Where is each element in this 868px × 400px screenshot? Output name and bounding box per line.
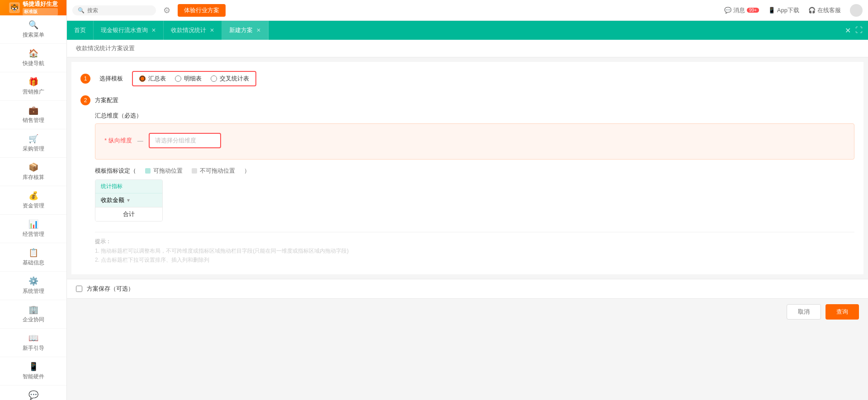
dimension-title: 汇总维度（必选） — [95, 112, 854, 120]
step2-label: 方案配置 — [95, 96, 118, 104]
indicator-hint: 模板指标设定（ 可拖动位置 不可拖动位置 ） — [95, 167, 854, 175]
dim-arrow: — — [137, 137, 143, 144]
main-area: 🔍 ⚙ 体验行业方案 💬 消息 99+ 📱 App下载 🎧 在线客服 首页 — [67, 0, 868, 400]
sidebar-item-system[interactable]: ⚙️ 系统管理 — [0, 272, 66, 300]
indicator-table-row[interactable]: 收款金额 ▾ — [95, 193, 162, 207]
query-button[interactable]: 查询 — [826, 304, 859, 320]
sidebar-item-search[interactable]: 🔍 搜索菜单 — [0, 15, 66, 44]
clipboard-icon: 📋 — [28, 248, 38, 258]
sidebar-item-label: 新手引导 — [23, 344, 44, 352]
option-detail-label: 明细表 — [184, 75, 202, 83]
download-label: App下载 — [777, 6, 799, 14]
option-summary[interactable]: 汇总表 — [139, 75, 166, 83]
sidebar-item-marketing[interactable]: 🎁 营销推广 — [0, 72, 66, 101]
tab-label: 首页 — [74, 26, 86, 34]
tab-statistics[interactable]: 收款情况统计 ✕ — [164, 21, 222, 40]
tab-home[interactable]: 首页 — [67, 21, 94, 40]
radio-detail[interactable] — [175, 75, 181, 82]
topbar-right: 💬 消息 99+ 📱 App下载 🎧 在线客服 — [724, 4, 863, 17]
sidebar-item-finance[interactable]: 💰 资金管理 — [0, 186, 66, 215]
tab-close-icon[interactable]: ✕ — [256, 27, 261, 33]
sidebar-item-operations[interactable]: 📊 经营管理 — [0, 215, 66, 243]
option-detail[interactable]: 明细表 — [175, 75, 202, 83]
user-avatar[interactable] — [850, 4, 863, 17]
message-badge: 99+ — [747, 8, 759, 13]
message-icon: 💬 — [724, 7, 731, 14]
indicator-table: 统计指标 收款金额 ▾ 合计 — [95, 179, 163, 221]
building-icon: 🏢 — [28, 305, 38, 315]
sidebar-item-label: 搜索菜单 — [23, 31, 44, 39]
sidebar-item-enterprise[interactable]: 🏢 企业协同 — [0, 300, 66, 329]
sidebar-item-wechat[interactable]: 💬 企业微信 — [0, 386, 66, 400]
tab-cashflow[interactable]: 现金银行流水查询 ✕ — [94, 21, 164, 40]
tips-section: 提示： 1. 拖动标题栏可以调整布局，不可跨维度或指标区域拖动栏目字段(只能在同… — [95, 232, 854, 264]
sidebar-item-inventory[interactable]: 📦 库存核算 — [0, 158, 66, 186]
search-menu-icon: 🔍 — [28, 20, 38, 30]
service-item[interactable]: 🎧 在线客服 — [808, 6, 841, 14]
save-checkbox[interactable] — [76, 286, 82, 292]
app-version: 标准版 — [23, 8, 58, 15]
tab-close-icon[interactable]: ✕ — [210, 27, 214, 33]
chart-icon: 📊 — [28, 219, 38, 229]
sidebar-item-label: 快捷导航 — [23, 60, 44, 67]
row-label: 收款金额 — [101, 196, 124, 204]
content-area: 收款情况统计方案设置 1 选择模板 汇总表 明细表 — [67, 40, 868, 400]
page-header: 收款情况统计方案设置 — [67, 40, 868, 57]
chat-icon: 💬 — [28, 390, 38, 400]
tab-actions: ✕ ⛶ — [840, 21, 868, 40]
draggable-hint: 可拖动位置 — [145, 167, 183, 175]
message-item[interactable]: 💬 消息 99+ — [724, 6, 759, 14]
dimension-area: * 纵向维度 — 请选择分组维度 — [95, 123, 854, 160]
draggable-dot — [145, 168, 151, 174]
cancel-button[interactable]: 取消 — [787, 304, 821, 320]
radio-summary[interactable] — [139, 75, 146, 82]
close-paren: ） — [244, 167, 250, 175]
option-summary-label: 汇总表 — [148, 75, 166, 83]
briefcase-icon: 💼 — [28, 105, 38, 115]
search-input[interactable] — [87, 7, 151, 14]
tab-bar: 首页 现金银行流水查询 ✕ 收款情况统计 ✕ 新建方案 ✕ ✕ ⛶ — [67, 21, 868, 40]
indicator-hint-label: 模板指标设定（ — [95, 167, 136, 175]
step1-badge: 1 — [80, 74, 90, 84]
tips-title: 提示： — [95, 238, 854, 245]
sidebar-item-sales[interactable]: 💼 销售管理 — [0, 101, 66, 129]
search-box[interactable]: 🔍 — [72, 5, 156, 15]
indicator-table-cell: 合计 — [95, 207, 162, 221]
dropdown-icon[interactable]: ▾ — [127, 197, 130, 203]
sidebar-item-label: 基础信息 — [23, 259, 44, 267]
step1-label: 选择模板 — [99, 75, 123, 83]
phone-icon: 📱 — [28, 362, 38, 372]
settings-icon[interactable]: ⚙ — [163, 5, 170, 15]
cart-icon: 🛒 — [28, 134, 38, 144]
dimension-select[interactable]: 请选择分组维度 — [149, 133, 221, 148]
tab-new-plan[interactable]: 新建方案 ✕ — [222, 21, 269, 40]
tab-label: 现金银行流水查询 — [101, 26, 148, 34]
download-item[interactable]: 📱 App下载 — [768, 6, 799, 14]
sidebar-item-quicknav[interactable]: 🏠 快捷导航 — [0, 44, 66, 72]
sidebar-item-label: 企业协同 — [23, 316, 44, 324]
sidebar-item-label: 智能硬件 — [23, 373, 44, 381]
footer-actions: 取消 查询 — [67, 298, 868, 325]
search-icon: 🔍 — [78, 7, 85, 14]
sidebar-item-basics[interactable]: 📋 基础信息 — [0, 243, 66, 272]
trial-button[interactable]: 体验行业方案 — [178, 4, 226, 17]
page-title: 收款情况统计方案设置 — [76, 45, 135, 52]
money-icon: 💰 — [28, 191, 38, 201]
book-icon: 📖 — [28, 333, 38, 343]
maximize-icon[interactable]: ⛶ — [855, 26, 863, 34]
non-draggable-label: 不可拖动位置 — [200, 167, 235, 175]
sidebar-item-hardware[interactable]: 📱 智能硬件 — [0, 357, 66, 386]
home-icon: 🏠 — [28, 48, 38, 58]
sidebar-item-label: 系统管理 — [23, 287, 44, 295]
option-cross[interactable]: 交叉统计表 — [211, 75, 249, 83]
sidebar-item-label: 营销推广 — [23, 88, 44, 96]
tab-close-icon[interactable]: ✕ — [151, 27, 156, 33]
sidebar-item-guide[interactable]: 📖 新手引导 — [0, 329, 66, 357]
sidebar-item-purchase[interactable]: 🛒 采购管理 — [0, 129, 66, 158]
step2-badge: 2 — [80, 95, 90, 105]
radio-cross[interactable] — [211, 75, 217, 82]
app-name: 畅捷通好生意 — [23, 0, 58, 8]
logo: 🐯 畅捷通好生意 标准版 — [0, 0, 66, 15]
download-icon: 📱 — [768, 7, 775, 14]
close-window-icon[interactable]: ✕ — [845, 26, 851, 35]
